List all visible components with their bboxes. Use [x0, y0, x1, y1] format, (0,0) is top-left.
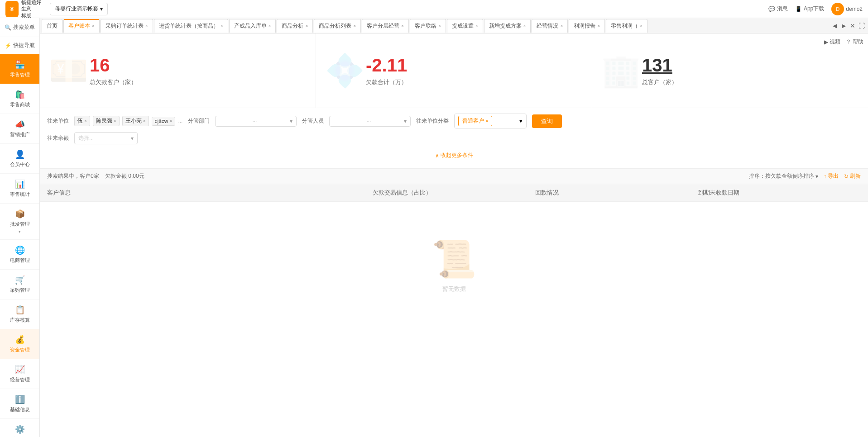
- query-button[interactable]: 查询: [532, 114, 562, 128]
- tab-close-icon[interactable]: ×: [353, 24, 356, 28]
- filter-tag-cjttcw: cjttcw ×: [152, 117, 176, 126]
- tab-retail-profit[interactable]: 零售利润（ ×: [606, 19, 647, 33]
- dept-selector[interactable]: ··· ▾: [215, 116, 297, 127]
- message-btn[interactable]: 💬 消息: [768, 5, 788, 13]
- video-btn[interactable]: ▶ 视频: [824, 38, 840, 46]
- balance-selector[interactable]: 选择... ▾: [74, 132, 138, 144]
- category-selector[interactable]: 普通客户 × ▾: [454, 114, 527, 128]
- tab-close-icon[interactable]: ×: [438, 24, 441, 28]
- sidebar-item-retail-stats[interactable]: 📊 零售统计: [0, 174, 39, 204]
- tab-scroll-left[interactable]: ◀: [830, 21, 839, 30]
- sidebar-item-system[interactable]: ⚙️ 系统管理: [0, 419, 39, 437]
- tab-close-icon[interactable]: ×: [145, 24, 148, 28]
- person-filter-label: 分管人员: [302, 117, 324, 125]
- company-selector[interactable]: 母婴行业演示帐套 ▾: [50, 3, 108, 15]
- tag-close-wang[interactable]: ×: [143, 119, 146, 124]
- tab-close-icon[interactable]: ×: [640, 24, 643, 28]
- filter-more-tags[interactable]: ...: [178, 118, 182, 124]
- tab-close-icon[interactable]: ×: [221, 24, 223, 28]
- person-selector[interactable]: ··· ▾: [329, 116, 411, 127]
- filter-area: 往来单位 伍 × 陈民强 × 王小亮: [40, 108, 868, 169]
- tab-customer-contact[interactable]: 客户联络 ×: [410, 19, 446, 33]
- tab-fullscreen[interactable]: ⛶: [857, 21, 866, 30]
- tab-purchase-order[interactable]: 采购订单统计表 ×: [101, 19, 153, 33]
- stat-owed-total-label: 欠款合计（万）: [366, 78, 407, 86]
- top-right-area: 💬 消息 📱 App下载 D demo2: [768, 3, 863, 15]
- tab-close-icon[interactable]: ×: [475, 24, 478, 28]
- sort-selector[interactable]: 排序：按欠款金额倒序排序 ▾: [749, 172, 818, 180]
- sidebar-quick-nav[interactable]: ⚡ 快捷导航: [0, 37, 39, 54]
- filter-tag-chen: 陈民强 ×: [93, 116, 120, 126]
- tab-close-icon[interactable]: ×: [305, 24, 308, 28]
- sidebar: 🔍 搜索菜单 ⚡ 快捷导航 🏪 零售管理 🛍️ 零售商城 📣 营销推广 👤: [0, 18, 40, 437]
- filter-tag-wu: 伍 ×: [74, 116, 90, 126]
- unit-filter-label: 往来单位: [47, 117, 69, 125]
- tab-bar: 首页 客户账本 × 采购订单统计表 × 进货单统计表（按商品） × 产成品入库单…: [40, 18, 868, 33]
- tab-profit-report[interactable]: 利润报告 ×: [569, 19, 605, 33]
- result-bar: 搜索结果中，客户0家 欠款金额 0.00元 排序：按欠款金额倒序排序 ▾ ↑ 导…: [40, 169, 868, 184]
- tab-close-icon[interactable]: ×: [269, 24, 271, 28]
- tag-close-wu[interactable]: ×: [84, 119, 87, 124]
- tag-close-cjttcw[interactable]: ×: [170, 119, 173, 124]
- sidebar-item-member[interactable]: 👤 会员中心: [0, 144, 39, 174]
- sidebar-item-inventory[interactable]: 📋 库存核算: [0, 299, 39, 329]
- tab-close-icon[interactable]: ×: [597, 24, 600, 28]
- category-tag-close[interactable]: ×: [485, 119, 488, 124]
- tab-close-icon[interactable]: ×: [560, 24, 563, 28]
- category-tag-normal: 普通客户 ×: [458, 116, 492, 126]
- stat-total-customers-number: 131: [642, 55, 677, 76]
- table-col-customer-info: 客户信息: [47, 189, 373, 197]
- empty-icon: 📜: [432, 238, 477, 280]
- tab-close-icon[interactable]: ×: [401, 24, 404, 28]
- refresh-btn[interactable]: ↻ 刷新: [844, 172, 861, 180]
- filter-row-1: 往来单位 伍 × 陈民强 × 王小亮: [47, 114, 861, 128]
- tab-commission[interactable]: 提成设置 ×: [447, 19, 483, 33]
- sidebar-item-ecommerce[interactable]: 🌐 电商管理: [0, 240, 39, 270]
- category-filter-label: 往来单位分类: [416, 117, 449, 125]
- tab-home[interactable]: 首页: [42, 19, 62, 33]
- sidebar-item-basic-info[interactable]: ℹ️ 基础信息: [0, 389, 39, 419]
- tab-goods-stats[interactable]: 进货单统计表（按商品） ×: [154, 19, 228, 33]
- tab-customer-layer[interactable]: 客户分层经营 ×: [362, 19, 409, 33]
- export-btn[interactable]: ↑ 导出: [824, 172, 839, 180]
- tab-goods-analysis[interactable]: 商品分析 ×: [277, 19, 313, 33]
- tab-product-inbound[interactable]: 产成品入库单 ×: [229, 19, 276, 33]
- sidebar-item-marketing[interactable]: 📣 营销推广: [0, 114, 39, 144]
- sidebar-item-finance[interactable]: 💰 资金管理: [0, 329, 39, 359]
- tab-add-commission[interactable]: 新增提成方案 ×: [484, 19, 531, 33]
- table-header: 客户信息 欠款交易信息（占比） 回款情况 到期未收款日期: [40, 184, 868, 202]
- tab-operation[interactable]: 经营情况 ×: [532, 19, 568, 33]
- user-avatar[interactable]: D demo2: [831, 3, 863, 15]
- result-summary: 搜索结果中，客户0家 欠款金额 0.00元: [47, 172, 144, 180]
- logo-text: 畅捷通好生意 标版: [21, 0, 45, 19]
- result-actions: 排序：按欠款金额倒序排序 ▾ ↑ 导出 ↻ 刷新: [749, 172, 861, 180]
- help-btn[interactable]: ？ 帮助: [846, 38, 863, 46]
- sidebar-item-operation[interactable]: 📈 经营管理: [0, 359, 39, 389]
- empty-text: 暂无数据: [442, 285, 466, 293]
- tag-close-chen[interactable]: ×: [114, 119, 116, 124]
- tab-goods-analysis-list[interactable]: 商品分析列表 ×: [314, 19, 361, 33]
- sidebar-item-retail-mgmt[interactable]: 🏪 零售管理: [0, 54, 39, 84]
- tab-scroll-right[interactable]: ▶: [839, 21, 848, 30]
- filter-row-2: 往来余额 选择... ▾: [47, 132, 861, 144]
- stat-owed-total-number: -2.11: [366, 55, 407, 76]
- app-download-btn[interactable]: 📱 App下载: [795, 5, 824, 13]
- dept-filter-label: 分管部门: [188, 117, 210, 125]
- logo: ¥ 畅捷通好生意 标版: [5, 0, 45, 19]
- empty-state: 📜 暂无数据: [40, 202, 868, 329]
- tab-close-all[interactable]: ✕: [848, 21, 857, 30]
- stat-block-owed-customers: 💴 16 总欠款客户（家）: [40, 33, 316, 108]
- tab-close-icon[interactable]: ×: [92, 24, 95, 28]
- tab-customer-ledger[interactable]: 客户账本 ×: [63, 19, 100, 33]
- balance-filter-label: 往来余额: [47, 134, 69, 142]
- video-help-area: ▶ 视频 ？ 帮助: [824, 38, 863, 46]
- sidebar-search[interactable]: 🔍 搜索菜单: [0, 18, 39, 37]
- sidebar-item-purchase[interactable]: 🛒 采购管理: [0, 270, 39, 299]
- stat-owed-customers-label: 总欠款客户（家）: [90, 78, 137, 86]
- stat-block-owed-total: 💠 -2.11 欠款合计（万）: [316, 33, 592, 108]
- sidebar-item-retail-mall[interactable]: 🛍️ 零售商城: [0, 84, 39, 114]
- tab-close-icon[interactable]: ×: [523, 24, 526, 28]
- collapse-btn[interactable]: ∧ 收起更多条件: [433, 150, 475, 161]
- table-col-debt-info: 欠款交易信息（占比）: [373, 189, 535, 197]
- sidebar-item-wholesale[interactable]: 📦 批发管理 ▾: [0, 204, 39, 240]
